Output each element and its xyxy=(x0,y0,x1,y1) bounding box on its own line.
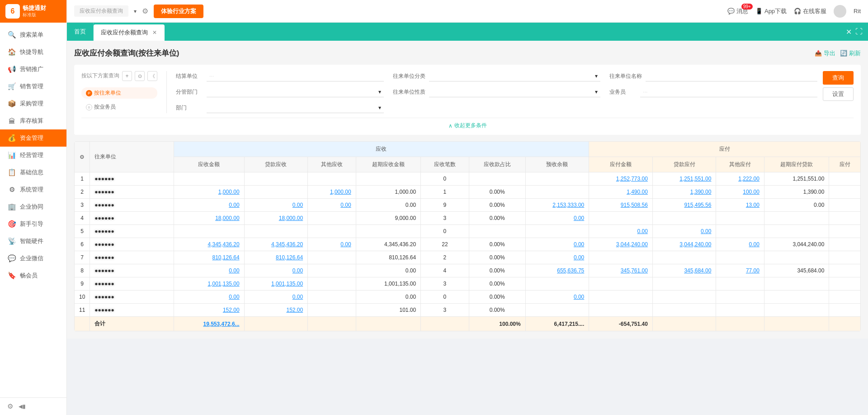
filter-area: 按以下方案查询 + ⊙ 《 P 按往来单位 ○ 按业务员 xyxy=(74,65,861,135)
scheme-by-salesman[interactable]: ○ 按业务员 xyxy=(81,101,157,113)
header-right: 💬 消息 99+ 📱 App下载 🎧 在线客服 Rit xyxy=(727,5,861,18)
sidebar-logo: 6 畅捷通财 标准版 xyxy=(0,0,66,23)
collapse-icon[interactable]: ◀▮ xyxy=(19,403,26,410)
username[interactable]: Rit xyxy=(854,8,861,14)
tab-maximize-icon[interactable]: ⛶ xyxy=(855,28,863,36)
dept-select[interactable]: ▾ xyxy=(207,103,384,113)
home-icon: 🏠 xyxy=(7,48,16,56)
header-gear-icon[interactable]: ⚙ xyxy=(142,7,148,15)
wechat-icon: 💬 xyxy=(7,254,16,262)
refresh-icon: 🔄 xyxy=(840,50,847,57)
chevron-icon: ▾ xyxy=(595,89,598,95)
filter-dept: 部门 ▾ xyxy=(176,103,384,113)
refresh-button[interactable]: 🔄 刷新 xyxy=(840,49,861,57)
logo-text-block: 畅捷通财 标准版 xyxy=(23,5,46,18)
col-ap-loan: 贷款应付 xyxy=(652,157,716,172)
filter-salesman: 业务员 ··· xyxy=(609,87,817,97)
sidebar-item-label: 经营管理 xyxy=(20,151,43,159)
total-label-cell xyxy=(75,317,90,331)
tab-home[interactable]: 首页 xyxy=(67,23,94,41)
tab-home-label: 首页 xyxy=(74,28,86,36)
page-title: 应收应付余额查询(按往来单位) xyxy=(74,48,179,58)
partner-name-input[interactable] xyxy=(646,71,817,81)
total-ap-loan xyxy=(652,317,716,331)
sidebar-item-guide[interactable]: 🎯 新手引导 xyxy=(0,215,66,233)
tab-close-icon[interactable]: ✕ xyxy=(152,29,157,36)
sidebar-nav: 🔍 搜索菜单 🏠 快捷导航 📢 营销推广 🛒 销售管理 📦 采购管理 🏛 库存核… xyxy=(0,23,66,397)
collapse-filters-button[interactable]: ∧ 收起更多条件 xyxy=(81,118,854,130)
col-ap-amount: 应付金额 xyxy=(589,157,653,172)
table-row: 5●●●●●●00.000.00 xyxy=(75,225,861,238)
scheme-collapse-button[interactable]: 《 xyxy=(147,71,157,81)
partner-name-cell: ●●●●●● xyxy=(90,277,174,291)
header-app-download[interactable]: 📱 App下载 xyxy=(755,7,787,15)
header-dropdown[interactable]: ▾ xyxy=(134,8,137,14)
export-button[interactable]: 📤 导出 xyxy=(815,49,835,57)
sidebar-item-wechat[interactable]: 💬 企业微信 xyxy=(0,250,66,267)
total-label: 合计 xyxy=(90,317,174,331)
hardware-icon: 📡 xyxy=(7,237,16,245)
sidebar-item-quicknav[interactable]: 🏠 快捷导航 xyxy=(0,43,66,61)
sidebar-item-label: 库存核算 xyxy=(20,117,43,125)
sidebar-item-basic[interactable]: 📋 基础信息 xyxy=(0,164,66,181)
salesman-input[interactable]: ··· xyxy=(640,87,817,97)
sidebar-item-marketing[interactable]: 📢 营销推广 xyxy=(0,61,66,78)
system-icon: ⚙ xyxy=(7,186,16,194)
sidebar-item-label: 智能硬件 xyxy=(20,237,43,245)
partner-nature-select[interactable]: ▾ xyxy=(429,87,601,97)
table-row: 7●●●●●●810,126.64810,126.64810,126.6420.… xyxy=(75,251,861,264)
marketing-icon: 📢 xyxy=(7,65,16,73)
guide-icon: 🎯 xyxy=(7,220,16,228)
table-row: 9●●●●●●1,001,135.001,001,135.001,001,135… xyxy=(75,277,861,291)
col-ar-group: 应收 xyxy=(174,142,589,157)
finance-icon: 💰 xyxy=(7,134,16,142)
promo-button[interactable]: 体验行业方案 xyxy=(154,5,203,18)
sidebar-item-system[interactable]: ⚙ 系统管理 xyxy=(0,181,66,198)
add-scheme-button[interactable]: + xyxy=(122,71,132,81)
scheme-partner-label: 按往来单位 xyxy=(94,89,121,97)
header-online-service[interactable]: 🎧 在线客服 xyxy=(794,7,826,15)
sidebar-item-inventory[interactable]: 🏛 库存核算 xyxy=(0,112,66,129)
branch-dept-select[interactable]: ▾ xyxy=(207,87,384,97)
total-ar-overdue xyxy=(356,317,421,331)
col-ap-group: 应付 xyxy=(589,142,861,157)
partner-category-select[interactable]: ▾ xyxy=(429,71,601,81)
table-row: 8●●●●●●0.000.000.0040.00%655,636.75345,7… xyxy=(75,264,861,277)
sidebar-item-label: 营销推广 xyxy=(20,65,43,73)
sidebar-item-sales[interactable]: 🛒 销售管理 xyxy=(0,78,66,95)
chevron-icon: ▾ xyxy=(378,105,381,111)
partner-name-cell: ●●●●●● xyxy=(90,251,174,264)
filter-partner-category: 往来单位分类 ▾ xyxy=(393,71,601,81)
sidebar-item-corp[interactable]: 🏢 企业协同 xyxy=(0,198,66,215)
dept-label: 部门 xyxy=(176,104,203,112)
scheme-by-partner[interactable]: P 按往来单位 xyxy=(81,87,157,99)
logo-icon: 6 xyxy=(5,4,20,19)
tab-close-window-icon[interactable]: ✕ xyxy=(846,28,852,36)
col-ar-prepay: 预收余额 xyxy=(525,157,589,172)
app-label: App下载 xyxy=(764,7,787,15)
col-ar-ratio: 应收款占比 xyxy=(469,157,525,172)
search-icon: 🔍 xyxy=(7,31,16,39)
header-message[interactable]: 💬 消息 99+ xyxy=(727,7,748,15)
table-row: 2●●●●●●1,000.001,000.001,000.0010.00%1,4… xyxy=(75,186,861,199)
scheme-settings-button[interactable]: ⊙ xyxy=(135,71,145,81)
sidebar-item-purchase[interactable]: 📦 采购管理 xyxy=(0,95,66,112)
settings-icon[interactable]: ⚙ xyxy=(7,402,13,410)
sidebar-item-operation[interactable]: 📊 经营管理 xyxy=(0,147,66,164)
tab-arbalance[interactable]: 应收应付余额查询 ✕ xyxy=(94,24,165,41)
sidebar-item-hardware[interactable]: 📡 智能硬件 xyxy=(0,233,66,250)
col-settings-icon[interactable]: ⚙ xyxy=(75,142,90,172)
total-ar-prepay: 6,417,215.... xyxy=(525,317,589,331)
tab-arbalance-label: 应收应付余额查询 xyxy=(101,29,148,37)
service-label: 在线客服 xyxy=(803,7,826,15)
settlement-unit-input[interactable]: ··· xyxy=(207,71,384,81)
sidebar-item-finance[interactable]: 💰 资金管理 xyxy=(0,129,66,147)
query-button[interactable]: 查询 xyxy=(823,71,854,85)
scheme-label: 按以下方案查询 xyxy=(81,72,119,80)
sidebar-item-member[interactable]: 🔖 畅会员 xyxy=(0,267,66,284)
setting-button[interactable]: 设置 xyxy=(823,87,854,101)
sidebar-item-label: 企业微信 xyxy=(20,254,43,262)
tab-right-actions: ✕ ⛶ xyxy=(846,28,868,36)
export-icon: 📤 xyxy=(815,50,822,57)
sidebar-item-search[interactable]: 🔍 搜索菜单 xyxy=(0,26,66,43)
